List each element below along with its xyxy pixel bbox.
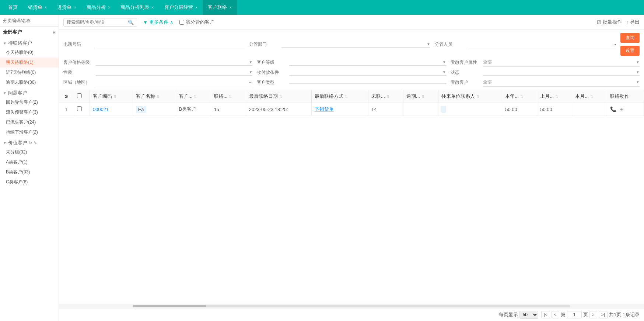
col-last-date[interactable]: 最后联络日期⇅ (246, 90, 311, 103)
row-this-year: 50.00 (502, 103, 537, 116)
edit-icon[interactable]: ✎ (34, 141, 37, 145)
search-bar: 🔍 ▼ 更多条件 ∧ 我分管的客户 ☑ 批量操作 ↑ 导出 (59, 15, 644, 30)
last-page-btn[interactable]: >| (599, 311, 608, 318)
customer-level-label: 客户等级 (257, 59, 286, 66)
sidebar-item-churned[interactable]: 已流失客户(24) (0, 117, 59, 127)
customer-type-select[interactable] (289, 81, 446, 84)
col-this-month[interactable]: 本月...⇅ (572, 90, 607, 103)
content-area: 🔍 ▼ 更多条件 ∧ 我分管的客户 ☑ 批量操作 ↑ 导出 (59, 15, 644, 321)
nav-contact-close[interactable]: × (229, 5, 231, 10)
sidebar: 🔍 全部客户 « 待联络客户 今天待联络(0) 明天待联络(1) 近7天待联络(… (0, 15, 59, 321)
pending-group-label: 待联络客户 (0, 38, 59, 48)
sidebar-item-b-class[interactable]: B类客户(33) (0, 167, 59, 177)
page-input[interactable] (567, 311, 582, 318)
person-more-btn[interactable]: ··· (612, 42, 616, 47)
col-type[interactable]: 客户...⇅ (176, 90, 211, 103)
col-uncontact[interactable]: 未联...⇅ (368, 90, 403, 103)
scroll-thumb[interactable] (133, 305, 206, 307)
person-select[interactable]: ··· (467, 41, 616, 48)
filter-row-4: 区域（地区） ··· 客户类型 零散客户 全部 ▼ (63, 78, 640, 87)
gender-select[interactable]: ▼ (96, 69, 252, 76)
row-type: B类客户 (176, 103, 211, 116)
col-name[interactable]: 客户名称⇅ (133, 90, 176, 103)
my-customers-checkbox[interactable] (179, 20, 184, 25)
nav-purchase-close[interactable]: × (74, 5, 76, 10)
sort-icon: ⇅ (476, 94, 479, 99)
sidebar-item-churn-warning[interactable]: 流失预警客户(3) (0, 107, 59, 117)
retail-customer-select[interactable]: 全部 ▼ (483, 78, 640, 87)
sidebar-item-7days[interactable]: 近7天待联络(0) (0, 68, 59, 77)
nav-customer-contact[interactable]: 客户联络 × (203, 0, 237, 15)
area-more-btn[interactable]: ··· (249, 80, 252, 85)
area-select[interactable]: ··· (96, 79, 252, 86)
col-this-year[interactable]: 本年...⇅ (502, 90, 537, 103)
sidebar-item-c-class[interactable]: C类客户(6) (0, 177, 59, 187)
sort-icon: ⇅ (229, 94, 232, 99)
col-last-method[interactable]: 最后联络方式⇅ (311, 90, 368, 103)
set-button[interactable]: 设置 (620, 46, 640, 56)
customer-level-select[interactable]: ▼ (289, 59, 446, 66)
sidebar-item-tomorrow[interactable]: 明天待联络(1) (0, 58, 59, 68)
more-filter-btn[interactable]: ▼ 更多条件 ∧ (140, 18, 176, 27)
nav-sales[interactable]: 销货单 × (23, 0, 52, 15)
price-level-select[interactable]: ▼ (96, 59, 252, 66)
sort-icon: ⇅ (520, 94, 523, 99)
sort-icon: ⇅ (386, 94, 389, 99)
col-contact-count[interactable]: 联络...⇅ (211, 90, 246, 103)
refresh-icon[interactable]: ↻ (29, 141, 32, 145)
export-btn[interactable]: ↑ 导出 (626, 19, 640, 25)
grid-action-icon[interactable]: ⊞ (619, 106, 624, 112)
batch-op-btn[interactable]: ☑ 批量操作 (597, 19, 622, 25)
sidebar-item-declining[interactable]: 持续下滑客户(2) (0, 127, 59, 137)
page-label: 第 (561, 311, 566, 318)
all-customers-header[interactable]: 全部客户 « (0, 27, 59, 38)
payment-select[interactable]: ▼ (289, 69, 446, 76)
nav-sales-close[interactable]: × (45, 5, 47, 10)
phone-action-icon[interactable]: 📞 (610, 106, 616, 112)
price-level-label: 客户价格等级 (63, 59, 93, 66)
sidebar-item-repurchase-abnormal[interactable]: 回购异常客户(2) (0, 97, 59, 107)
nav-purchase[interactable]: 进货单 × (52, 0, 81, 15)
scroll-track[interactable] (133, 305, 570, 307)
retail-attr-select[interactable]: 全部 ▼ (483, 58, 640, 67)
sidebar-item-today[interactable]: 今天待联络(0) (0, 48, 59, 58)
sidebar-item-unclassified[interactable]: 未分组(32) (0, 147, 59, 157)
payment-field: 收付款条件 ▼ (257, 69, 446, 76)
row-action-btns: 📞 ⊞ (607, 103, 644, 116)
nav-customer-segment[interactable]: 客户分层经营 × (159, 0, 203, 15)
nav-analysis-list-close[interactable]: × (151, 5, 154, 10)
nav-analysis-list[interactable]: 商品分析列表 × (115, 0, 159, 15)
sidebar-item-a-class[interactable]: A类客户(1) (0, 157, 59, 167)
row-checkbox[interactable] (74, 103, 90, 116)
col-code[interactable]: 客户编码⇅ (90, 90, 133, 103)
search-icon[interactable]: 🔍 (128, 20, 134, 25)
prev-page-btn[interactable]: < (552, 311, 559, 318)
nav-analysis-close[interactable]: × (108, 5, 110, 10)
main-search-input[interactable] (67, 20, 126, 25)
dept-select[interactable]: ▼ (281, 41, 430, 48)
row-last-method[interactable]: 下销货单 (311, 103, 368, 116)
status-select[interactable]: ▼ (483, 69, 640, 76)
phone-field: 电话号码 (63, 41, 245, 48)
page-size-select[interactable]: 50 100 200 (519, 311, 538, 319)
nav-analysis[interactable]: 商品分析 × (81, 0, 115, 15)
sidebar-search-input[interactable] (3, 18, 58, 23)
nav-segment-close[interactable]: × (195, 5, 197, 10)
export-icon: ↑ (626, 20, 629, 25)
col-last-month[interactable]: 上月...⇅ (537, 90, 572, 103)
col-checkbox[interactable] (74, 90, 90, 103)
col-unit-contact[interactable]: 往来单位联系人⇅ (438, 90, 502, 103)
col-settings[interactable]: ⚙ (59, 90, 74, 103)
next-page-btn[interactable]: > (589, 311, 597, 318)
all-customers-label: 全部客户 (3, 29, 22, 35)
my-customers-label[interactable]: 我分管的客户 (179, 19, 214, 25)
phone-label: 电话号码 (63, 41, 93, 48)
phone-input[interactable] (96, 41, 245, 48)
sidebar-item-overdue[interactable]: 逾期未联络(30) (0, 77, 59, 87)
query-button[interactable]: 查询 (620, 33, 640, 43)
value-group-label: 价值客户 ↻ ✎ (0, 137, 59, 147)
nav-home[interactable]: 首页 (3, 0, 23, 15)
select-all-checkbox[interactable] (77, 93, 82, 98)
first-page-btn[interactable]: |< (541, 311, 550, 318)
col-overdue[interactable]: 逾期...⇅ (403, 90, 438, 103)
